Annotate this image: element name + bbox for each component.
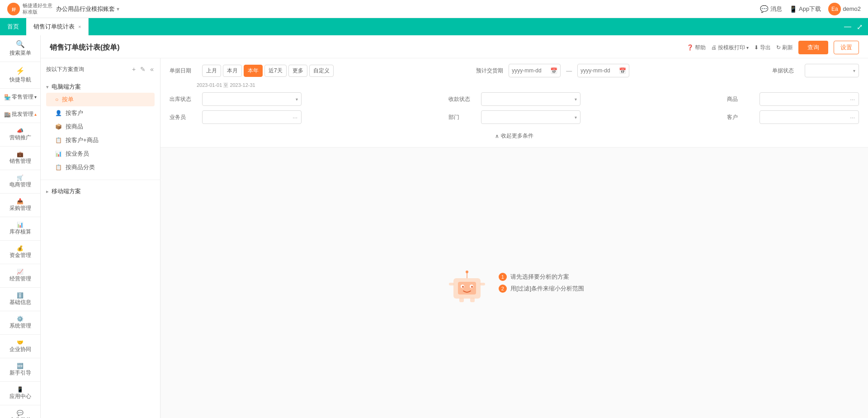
- user-area[interactable]: Ea demo2: [828, 3, 861, 15]
- doc-status-select[interactable]: [805, 64, 859, 77]
- goods-field[interactable]: ···: [760, 92, 859, 106]
- sidebar-item-basic-info[interactable]: ℹ️ 基础信息: [0, 288, 40, 311]
- panel-item-by-order[interactable]: ○ 按单: [46, 93, 155, 106]
- this-month-btn[interactable]: 本月: [223, 65, 242, 77]
- tip-2: 2 用[过滤]条件来缩小分析范围: [499, 285, 584, 293]
- help-btn[interactable]: ❓ 帮助: [687, 44, 706, 52]
- more-date-btn[interactable]: 更多: [288, 65, 307, 77]
- pc-section-header[interactable]: ▾ 电脑端方案: [46, 81, 155, 93]
- logo-area: 好 畅捷通好生意 标准版: [7, 3, 52, 15]
- wholesale-icon: 🏬: [4, 111, 11, 118]
- panel-item-by-category[interactable]: 📋 按商品分类: [46, 161, 155, 174]
- expected-end-input[interactable]: [580, 67, 619, 74]
- message-btn[interactable]: 💬 消息: [760, 5, 782, 13]
- customer-more-btn[interactable]: ···: [846, 114, 859, 121]
- collapse-btn[interactable]: ∧ 收起更多条件: [170, 128, 859, 142]
- sidebar-item-inventory[interactable]: 📊 库存核算: [0, 217, 40, 241]
- top-bar-left: 好 畅捷通好生意 标准版 办公用品行业模拟账套 ▾: [7, 3, 119, 15]
- phone-icon: 📱: [789, 5, 797, 13]
- sidebar-item-new-guide[interactable]: 🆕 新手引导: [0, 358, 40, 382]
- filter-row-2: 出库状态 收款状态: [170, 92, 859, 106]
- customer-field[interactable]: ···: [760, 110, 859, 124]
- panel-edit-btn[interactable]: ✎: [139, 65, 146, 74]
- tab-home[interactable]: 首页: [0, 18, 26, 35]
- sidebar-item-system[interactable]: ⚙️ 系统管理: [0, 311, 40, 335]
- sidebar-item-app-center[interactable]: 📱 应用中心: [0, 382, 40, 405]
- date-separator: —: [566, 67, 572, 74]
- tab-bar: 首页 销售订单统计表 × — ⤢: [0, 18, 868, 35]
- panel-add-btn[interactable]: +: [131, 65, 137, 74]
- sidebar-item-enterprise-wechat[interactable]: 💬 企业微信: [0, 405, 40, 418]
- svg-rect-11: [480, 283, 485, 285]
- calendar-icon-start: 📅: [550, 67, 557, 74]
- tab-minimize-btn[interactable]: —: [842, 21, 853, 33]
- goods-input[interactable]: [760, 96, 846, 102]
- tip-1: 1 请先选择要分析的方案: [499, 273, 584, 281]
- ship-status-select-wrap: [202, 92, 302, 106]
- empty-content: 1 请先选择要分析的方案 2 用[过滤]条件来缩小分析范围: [444, 260, 584, 305]
- salesperson-input[interactable]: [203, 114, 289, 120]
- salesperson-field[interactable]: ···: [202, 110, 302, 124]
- sidebar-item-retail[interactable]: 🏪 零售管理 ▾: [0, 89, 40, 106]
- sidebar-item-operation[interactable]: 📈 经营管理: [0, 264, 40, 288]
- sidebar-item-marketing[interactable]: 📣 营销推广: [0, 123, 40, 147]
- svg-point-6: [462, 286, 464, 288]
- expected-date-start[interactable]: 📅: [509, 64, 561, 77]
- expected-start-input[interactable]: [512, 67, 550, 74]
- this-year-btn[interactable]: 本年: [244, 65, 263, 77]
- quick-nav-icon: ⚡: [2, 66, 38, 75]
- tip-text-1: 请先选择要分析的方案: [510, 273, 569, 281]
- panel-item-by-salesperson[interactable]: 📊 按业务员: [46, 147, 155, 161]
- salesperson-more-btn[interactable]: ···: [289, 114, 301, 121]
- custom-date-btn[interactable]: 自定义: [309, 65, 334, 77]
- last-month-btn[interactable]: 上月: [202, 65, 221, 77]
- finance-icon: 💰: [2, 245, 38, 252]
- by-customer-icon: 👤: [55, 110, 62, 116]
- panel-item-by-customer[interactable]: 👤 按客户: [46, 106, 155, 120]
- print-btn[interactable]: 🖨 按模板打印 ▾: [711, 44, 749, 52]
- sidebar-item-finance[interactable]: 💰 资金管理: [0, 241, 40, 264]
- ship-status-select[interactable]: [202, 92, 302, 106]
- print-icon: 🖨: [711, 44, 717, 51]
- last7-btn[interactable]: 近7天: [264, 65, 287, 77]
- goods-more-btn[interactable]: ···: [846, 96, 859, 103]
- message-icon: 💬: [760, 5, 769, 13]
- setting-button[interactable]: 设置: [834, 41, 859, 54]
- export-btn[interactable]: ⬇ 导出: [754, 44, 771, 52]
- sidebar-item-cooperation[interactable]: 🤝 企业协同: [0, 335, 40, 358]
- sidebar-item-sales[interactable]: 💼 销售管理: [0, 147, 40, 170]
- expected-date-end[interactable]: 📅: [577, 64, 629, 77]
- sidebar-item-purchase[interactable]: 📥 采购管理: [0, 194, 40, 217]
- tab-close-btn[interactable]: ×: [78, 24, 81, 29]
- retail-arrow: ▾: [34, 95, 37, 100]
- sidebar-item-quick-nav[interactable]: ⚡ 快捷导航: [0, 62, 40, 89]
- payment-status-label: 收款状态: [448, 95, 476, 103]
- svg-text:好: 好: [11, 7, 16, 12]
- breadcrumb-area: 办公用品行业模拟账套 ▾: [56, 5, 119, 13]
- page-actions: ❓ 帮助 🖨 按模板打印 ▾ ⬇ 导出 ↻ 刷新 查询 设置: [687, 41, 859, 54]
- query-button[interactable]: 查询: [798, 41, 828, 54]
- logo-text: 畅捷通好生意 标准版: [23, 3, 52, 14]
- app-download-btn[interactable]: 📱 App下载: [789, 5, 821, 13]
- date-label: 单据日期: [170, 67, 197, 75]
- svg-rect-13: [470, 298, 475, 302]
- payment-status-select[interactable]: [481, 92, 580, 106]
- refresh-btn[interactable]: ↻ 刷新: [776, 44, 793, 52]
- filter-area: 单据日期 上月 本月 本年 近7天 更多 自定义 预计交货期: [160, 58, 868, 147]
- mobile-section-header[interactable]: ▸ 移动端方案: [46, 185, 155, 197]
- panel-collapse-btn[interactable]: «: [149, 65, 155, 74]
- sidebar-item-search-menu[interactable]: 🔍 搜索菜单: [0, 35, 40, 62]
- tab-active[interactable]: 销售订单统计表 ×: [26, 18, 89, 35]
- tab-expand-btn[interactable]: ⤢: [855, 21, 864, 33]
- panel-title: 按以下方案查询: [46, 66, 128, 73]
- department-select[interactable]: [481, 110, 580, 124]
- payment-status-select-wrap: [481, 92, 580, 106]
- sidebar-item-wholesale[interactable]: 🏬 批发管理 ▴: [0, 106, 40, 123]
- breadcrumb-arrow: ▾: [117, 6, 119, 12]
- panel-item-by-goods[interactable]: 📦 按商品: [46, 120, 155, 133]
- search-menu-icon: 🔍: [2, 40, 38, 48]
- sidebar-item-ecommerce[interactable]: 🛒 电商管理: [0, 170, 40, 194]
- panel-item-by-customer-goods[interactable]: 📋 按客户+商品: [46, 133, 155, 147]
- customer-input[interactable]: [760, 114, 846, 120]
- svg-rect-12: [459, 298, 464, 302]
